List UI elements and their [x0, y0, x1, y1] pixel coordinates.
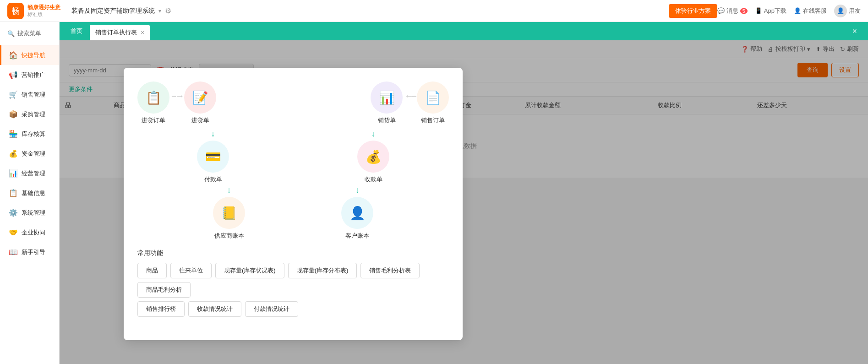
app-download-label: App下载: [764, 7, 786, 15]
arrow-dashed-left: ←- -: [404, 91, 415, 101]
system-dropdown-icon[interactable]: ▾: [158, 8, 161, 14]
user-avatar: 👤: [834, 5, 847, 17]
modal-scrollbar[interactable]: [137, 326, 449, 326]
tab-bar: 首页 销售订单执行表 × ×: [60, 22, 868, 40]
marketing-icon: 📢: [9, 71, 18, 79]
tab-bar-close-button[interactable]: ×: [845, 27, 864, 36]
sidebar-nav: 🏠 快捷导航 📢 营销推广 🛒 销售管理 📦 采购管理 🏪 库存核: [0, 45, 59, 364]
sidebar-search-area: 🔍 搜索菜单: [0, 22, 59, 45]
down-arrow-payment: ↓: [227, 185, 231, 195]
receipt-bill-label: 收款单: [365, 175, 382, 184]
sidebar-item-enterprise[interactable]: 🤝 企业协同: [0, 223, 59, 242]
service-icon: 👤: [794, 7, 801, 14]
down-arrow-pb: ↓: [211, 129, 215, 138]
spacer-right: [389, 141, 449, 184]
supplier-ledger-label: 供应商账本: [214, 232, 244, 240]
sales-order-icon: 📄: [425, 90, 441, 105]
scroll-content: [137, 326, 449, 326]
logo-text: 畅康通好生意 标准版: [27, 4, 60, 18]
spacer-arrows: [229, 129, 357, 139]
flow-payment-bill[interactable]: 💳 付款单: [197, 141, 229, 184]
sidebar-item-basic-info[interactable]: 📋 基础信息: [0, 183, 59, 203]
sidebar-item-marketing[interactable]: 📢 营销推广: [0, 65, 59, 85]
func-btn-sales-rank[interactable]: 销售排行榜: [137, 301, 185, 317]
page-content: ❓ 帮助 🖨 按模板打印 ▾ ⬆ 导出 ↻ 刷新: [60, 40, 868, 364]
tab-home[interactable]: 首页: [63, 22, 90, 40]
message-button[interactable]: 💬 消息 5: [717, 7, 748, 15]
common-functions: 常用功能 商品 往来单位 现存量(库存状况表) 现存量(库存分布表) 销售毛利分…: [137, 249, 449, 317]
flow-customer-ledger[interactable]: 👤 客户账本: [341, 197, 373, 240]
operations-icon: 📊: [9, 169, 18, 178]
arrow-down-payment: ↓: [213, 185, 245, 195]
sales-order-label: 销售订单: [421, 116, 445, 125]
sidebar-item-label: 快捷导航: [22, 51, 45, 60]
arrow-down-sb: ↓: [357, 129, 389, 139]
func-btn-stock-dist[interactable]: 现存量(库存分布表): [288, 263, 357, 278]
spacer2-left: [137, 185, 213, 195]
guide-icon: 📖: [9, 248, 18, 256]
flow-purchase-bill[interactable]: 📝 进货单: [184, 81, 216, 125]
sidebar-item-label: 销售管理: [22, 91, 45, 99]
arrow-dashed-right: - - →: [171, 91, 182, 101]
sales-bill-icon: 📊: [379, 90, 395, 105]
sidebar-item-operations[interactable]: 📊 经营管理: [0, 163, 59, 183]
sidebar-item-label: 企业协同: [22, 228, 45, 237]
func-btn-goods-profit[interactable]: 商品毛利分析: [137, 282, 191, 298]
flow-sales-bill[interactable]: 📊 销货单: [371, 81, 403, 125]
flow-sales-order[interactable]: 📄 销售订单: [417, 81, 449, 125]
sidebar-item-quick-nav[interactable]: 🏠 快捷导航: [0, 45, 59, 65]
func-btn-receipt-stats[interactable]: 收款情况统计: [188, 301, 241, 317]
func-buttons-row2: 销售排行榜 收款情况统计 付款情况统计: [137, 301, 449, 317]
func-btn-stock-status[interactable]: 现存量(库存状况表): [215, 263, 284, 278]
arrow-po-pb: - - →: [171, 81, 182, 101]
spacer3-right: [373, 197, 449, 240]
modal-dialog: 📋 进货订单 - - → 📝: [124, 68, 463, 340]
customer-ledger-icon: 👤: [349, 206, 366, 221]
tab-sales-order[interactable]: 销售订单执行表 ×: [90, 25, 150, 40]
sidebar-item-label: 资金管理: [22, 150, 45, 158]
func-btn-sales-profit[interactable]: 销售毛利分析表: [360, 263, 420, 278]
flow-receipt-bill[interactable]: 💰 收款单: [357, 141, 389, 184]
purchase-order-label: 进货订单: [142, 116, 165, 125]
sidebar-item-guide[interactable]: 📖 新手引导: [0, 242, 59, 262]
func-btn-goods[interactable]: 商品: [137, 263, 167, 278]
func-btn-payment-stats[interactable]: 付款情况统计: [245, 301, 298, 317]
settings-icon[interactable]: ⚙: [165, 6, 171, 15]
payment-bill-circle: 💳: [197, 141, 229, 173]
sidebar-item-inventory[interactable]: 🏪 库存核算: [0, 124, 59, 144]
search-menu-label: 搜索菜单: [17, 29, 41, 38]
modal-overlay: 📋 进货订单 - - → 📝: [60, 40, 868, 364]
payment-bill-icon: 💳: [205, 149, 221, 164]
logo-edition: 标准版: [27, 11, 60, 17]
user-menu[interactable]: 👤 用友: [834, 5, 861, 17]
sidebar-item-label: 基础信息: [22, 189, 45, 197]
flow-top-row: 📋 进货订单 - - → 📝: [137, 81, 449, 125]
down-arrow-receipt: ↓: [355, 185, 360, 195]
purchase-icon: 📦: [9, 110, 18, 119]
quick-nav-icon: 🏠: [9, 51, 18, 60]
sidebar-item-system[interactable]: ⚙️ 系统管理: [0, 203, 59, 223]
purchase-bill-circle: 📝: [184, 81, 216, 114]
system-icon: ⚙️: [9, 208, 18, 217]
online-service-button[interactable]: 👤 在线客服: [794, 7, 827, 15]
online-service-label: 在线客服: [803, 7, 827, 15]
flow-purchase-order[interactable]: 📋 进货订单: [137, 81, 169, 125]
func-btn-clients[interactable]: 往来单位: [170, 263, 212, 278]
inventory-icon: 🏪: [9, 130, 18, 138]
search-menu-button[interactable]: 🔍 搜索菜单: [4, 27, 55, 40]
finance-icon: 💰: [9, 149, 18, 158]
system-name-text: 装备及固定资产辅助管理系统: [71, 7, 155, 15]
logo-icon: 畅: [7, 3, 24, 19]
payment-bill-label: 付款单: [204, 175, 222, 184]
sidebar-item-label: 采购管理: [22, 110, 45, 119]
system-name-area: 装备及固定资产辅助管理系统 ▾ ⚙: [71, 6, 669, 15]
experience-button[interactable]: 体验行业方案: [669, 4, 717, 18]
tab-close-icon[interactable]: ×: [141, 29, 144, 36]
supplier-ledger-circle: 📒: [213, 197, 245, 229]
top-right-actions: 💬 消息 5 📱 App下载 👤 在线客服 👤 用友: [717, 5, 861, 17]
sidebar-item-sales[interactable]: 🛒 销售管理: [0, 85, 59, 104]
flow-supplier-ledger[interactable]: 📒 供应商账本: [213, 197, 245, 240]
app-download-button[interactable]: 📱 App下载: [755, 7, 786, 15]
sidebar-item-purchase[interactable]: 📦 采购管理: [0, 104, 59, 124]
sidebar-item-finance[interactable]: 💰 资金管理: [0, 144, 59, 163]
